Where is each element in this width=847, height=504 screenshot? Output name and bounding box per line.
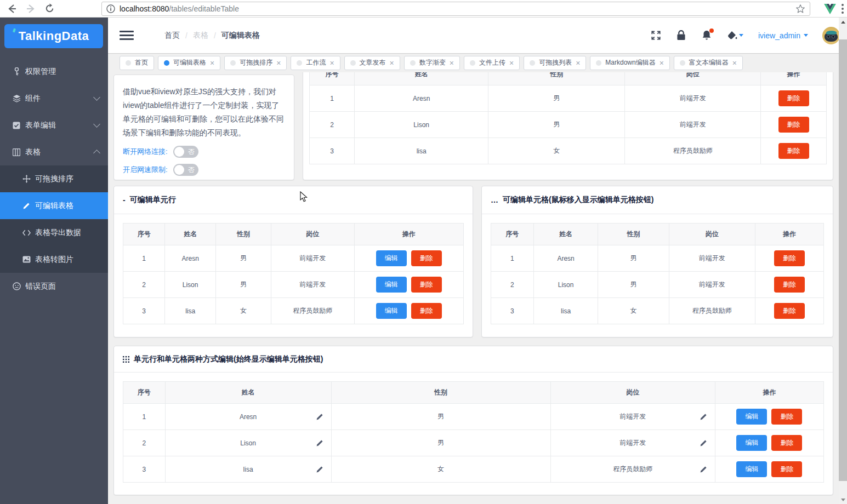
edit-cell-pencil-icon[interactable]: [316, 413, 323, 421]
tab-home[interactable]: 首页: [120, 56, 154, 70]
delete-button[interactable]: 删除: [411, 277, 442, 293]
close-icon[interactable]: ×: [329, 59, 334, 67]
tab-draggable-list[interactable]: 可拖拽列表×: [524, 56, 586, 70]
card-title: 可编辑单元格(鼠标移入显示编辑单元格按钮): [503, 195, 653, 205]
disconnect-network-switch[interactable]: 否: [173, 146, 198, 158]
sidebar-item-permissions[interactable]: 权限管理: [0, 58, 108, 85]
close-icon[interactable]: ×: [732, 59, 737, 67]
sidebar-item-form-edit[interactable]: 表单编辑: [0, 112, 108, 139]
notification-bell-icon[interactable]: [701, 30, 712, 41]
table-row: 2 Lison 男 前端开发 编辑删除: [123, 430, 824, 456]
tab-dot-icon: [126, 60, 131, 66]
edit-cell-pencil-icon[interactable]: [316, 466, 323, 473]
tab-dot-icon: [410, 60, 416, 66]
user-dropdown[interactable]: iview_admin: [758, 31, 808, 40]
limit-speed-switch[interactable]: 否: [173, 164, 198, 176]
close-icon[interactable]: ×: [276, 59, 281, 67]
edit-button[interactable]: 编辑: [736, 409, 767, 425]
browser-chrome: localhost:8080/tables/editableTable: [0, 0, 847, 18]
minus-icon: -: [123, 196, 126, 204]
delete-button[interactable]: 删除: [774, 250, 805, 266]
page-scrollbar[interactable]: [839, 18, 847, 504]
row-and-cell-edit-table: 序号姓名性别岗位操作 1 Aresn 男 前端开发 编辑删除: [123, 381, 824, 483]
avatar[interactable]: [822, 27, 840, 44]
screen: localhost:8080/tables/editableTable Talk…: [0, 0, 847, 504]
sidebar-item-draggable-sort[interactable]: 可拖拽排序: [0, 165, 108, 192]
close-icon[interactable]: ×: [210, 59, 214, 67]
bookmark-star-icon[interactable]: [795, 4, 805, 14]
edit-button[interactable]: 编辑: [376, 250, 407, 266]
table-header-row: 序号姓名性别岗位操作: [123, 382, 824, 404]
fullscreen-icon[interactable]: [651, 30, 662, 41]
hamburger-menu-icon[interactable]: [120, 28, 134, 42]
browser-refresh-icon[interactable]: [43, 2, 56, 15]
browser-forward-icon[interactable]: [24, 2, 37, 15]
tab-richtext-editor[interactable]: 富文本编辑器×: [674, 56, 743, 70]
breadcrumb-tables[interactable]: 表格: [193, 31, 208, 41]
sidebar-item-table-export[interactable]: 表格导出数据: [0, 219, 108, 246]
vue-devtools-icon[interactable]: [824, 4, 836, 14]
sidebar-item-editable-table[interactable]: 可编辑表格: [0, 192, 108, 219]
sidebar-item-components[interactable]: 组件: [0, 85, 108, 112]
logo-tick-icon: [13, 28, 16, 33]
edit-button[interactable]: 编辑: [736, 461, 767, 477]
tab-dot-icon: [680, 60, 685, 66]
checkbox-icon: [12, 121, 21, 130]
tab-editable-table[interactable]: 可编辑表格×: [158, 56, 220, 70]
close-icon[interactable]: ×: [450, 59, 454, 67]
app-logo[interactable]: TalkingData: [4, 24, 103, 48]
delete-button[interactable]: 删除: [778, 117, 809, 133]
close-icon[interactable]: ×: [660, 59, 664, 67]
delete-only-table-card: 序号姓名性别岗位操作 1Aresn男前端开发删除 2Lison男前端开发删除 3…: [303, 72, 833, 180]
edit-button[interactable]: 编辑: [376, 277, 407, 293]
close-icon[interactable]: ×: [576, 59, 580, 67]
tab-file-upload[interactable]: 文件上传×: [464, 56, 520, 70]
tab-number-gradient[interactable]: 数字渐变×: [404, 56, 460, 70]
toggle-label-throttle: 开启网速限制:: [123, 165, 168, 175]
edit-cell-pencil-icon[interactable]: [700, 413, 707, 421]
table-row: 1Aresn男前端开发编辑删除: [123, 245, 464, 272]
breadcrumb-home[interactable]: 首页: [164, 31, 180, 41]
intro-card: 借助vue和iview对原生JS的强大支持，我们对iview的table组件进行…: [113, 75, 294, 180]
url-text[interactable]: localhost:8080/tables/editableTable: [120, 4, 795, 13]
image-icon: [22, 255, 31, 264]
edit-cell-pencil-icon[interactable]: [316, 439, 323, 447]
tab-dot-icon: [164, 60, 169, 66]
delete-button[interactable]: 删除: [411, 303, 442, 319]
delete-button[interactable]: 删除: [411, 250, 442, 266]
edit-button[interactable]: 编辑: [376, 303, 407, 319]
scrollbar-up-arrow[interactable]: [839, 18, 847, 26]
close-icon[interactable]: ×: [509, 59, 514, 67]
delete-button[interactable]: 删除: [774, 303, 805, 319]
table-row: 2Lison男前端开发删除: [491, 272, 824, 298]
delete-button[interactable]: 删除: [774, 277, 805, 293]
sidebar-item-tables[interactable]: 表格: [0, 139, 108, 165]
tab-markdown-editor[interactable]: Markdown编辑器×: [590, 56, 670, 70]
delete-button[interactable]: 删除: [771, 435, 802, 451]
delete-button[interactable]: 删除: [771, 409, 802, 425]
delete-button[interactable]: 删除: [771, 461, 802, 477]
key-icon: [12, 67, 21, 76]
delete-button[interactable]: 删除: [778, 143, 809, 159]
close-icon[interactable]: ×: [390, 59, 394, 67]
chevron-up-icon: [93, 150, 100, 157]
url-bar[interactable]: localhost:8080/tables/editableTable: [101, 2, 810, 16]
tab-draggable-sort[interactable]: 可拖拽排序×: [224, 56, 287, 70]
tab-workflow[interactable]: 工作流×: [291, 56, 340, 70]
scrollbar-down-arrow[interactable]: [839, 495, 847, 504]
sidebar-item-table-to-image[interactable]: 表格转图片: [0, 246, 108, 273]
sidebar-submenu-tables: 可拖拽排序 可编辑表格 表格导出数据: [0, 165, 108, 273]
delete-button[interactable]: 删除: [778, 90, 809, 106]
browser-menu-icon[interactable]: [842, 4, 844, 14]
intro-text: 借助vue和iview对原生JS的强大支持，我们对iview的table组件进行…: [123, 85, 285, 140]
edit-cell-pencil-icon[interactable]: [700, 466, 707, 473]
theme-paint-icon[interactable]: [726, 30, 744, 41]
edit-cell-pencil-icon[interactable]: [700, 439, 707, 447]
lock-icon[interactable]: [676, 30, 687, 41]
edit-button[interactable]: 编辑: [736, 435, 767, 451]
tab-article-publish[interactable]: 文章发布×: [344, 56, 400, 70]
sidebar-item-error-pages[interactable]: 错误页面: [0, 273, 108, 300]
page-info-icon[interactable]: [106, 4, 115, 13]
scrollbar-thumb[interactable]: [839, 39, 847, 481]
browser-back-icon[interactable]: [5, 2, 19, 15]
